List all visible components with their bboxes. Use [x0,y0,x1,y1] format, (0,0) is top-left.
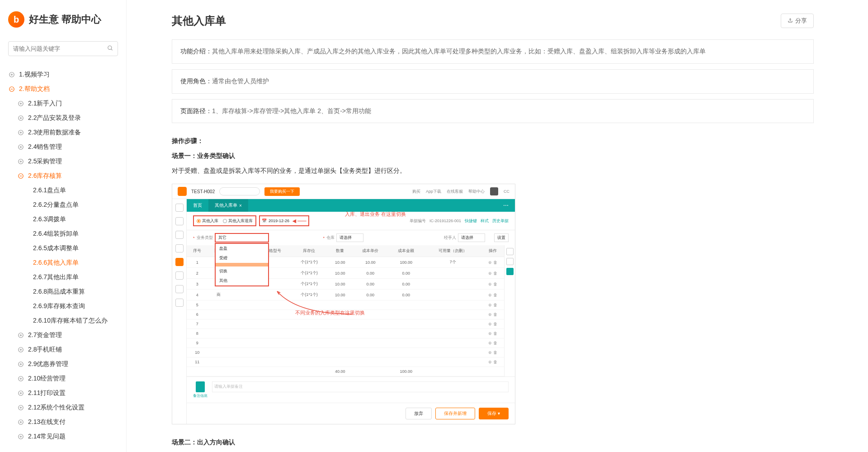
ss-tab-home[interactable]: 首页 [187,199,208,212]
ss-rb-icon[interactable] [506,258,514,265]
plus-icon [17,143,24,151]
ss-date-picker[interactable]: 📅 2019-12-26 ◄── [259,215,309,226]
table-row[interactable]: 7⊕ 🗑 [187,319,504,329]
nav-item[interactable]: 2.6.3调拨单 [8,212,118,227]
ss-company-name: TEST-H002 [191,189,215,194]
ss-remark-row: 备注信息 请输入单据备注 [187,376,515,403]
share-icon [788,18,793,24]
ss-toplink-buy[interactable]: 购买 [412,189,420,195]
ss-side-icon[interactable] [175,285,184,293]
nav-item[interactable]: 2.4销售管理 [8,140,118,154]
ss-biztype-dropdown[interactable]: 盘盈 受赠 切换 其他 [215,243,269,286]
nav-item[interactable]: 2.11打印设置 [8,386,118,400]
table-row[interactable]: 9⊕ 🗑 [187,338,504,348]
nav-item[interactable]: 2.6库存核算 [8,169,118,183]
annotation-1: 入库、退出业务 在这里切换 [345,211,406,218]
plus-icon [17,100,24,107]
nav-item-label: 2.7资金管理 [28,331,62,339]
ss-side-icon[interactable] [175,258,184,266]
table-row[interactable]: 11⊕ 🗑 [187,357,504,367]
intro-box: 功能介绍：其他入库单用来处理除采购入库、产成品入库之外的其他入库业务，因此其他入… [172,39,814,64]
logo-icon: b [8,11,24,28]
search-input[interactable] [8,41,118,56]
nav-item[interactable]: 2.6.5成本调整单 [8,241,118,256]
nav-item-label: 2.9优惠券管理 [28,360,68,368]
header-row: 其他入库单 分享 [172,14,814,28]
ss-save-button[interactable]: 保存 ▾ [479,408,509,419]
nav-item[interactable]: 2.6.4组装拆卸单 [8,227,118,241]
ss-toplink-service[interactable]: 在线客服 [447,189,463,195]
nav-item[interactable]: 2.13在线支付 [8,415,118,429]
ss-history-link[interactable]: 历史单据 [492,218,509,224]
search-icon[interactable] [107,45,113,52]
ss-style-link[interactable]: 样式 [481,218,489,224]
document-icon [196,381,205,392]
ss-toplink-app[interactable]: App下载 [426,189,441,195]
ss-logo-icon [178,187,187,196]
ss-biztype-select[interactable]: 其它 [215,233,269,243]
nav-item[interactable]: 2.6.9库存账本查询 [8,299,118,314]
row-action-icon[interactable]: ⊕ 🗑 [488,271,497,276]
nav-item[interactable]: 2.12系统个性化设置 [8,400,118,415]
ss-handler-select[interactable]: 请选择 [458,233,485,242]
share-button[interactable]: 分享 [781,14,814,28]
ss-toplink-help[interactable]: 帮助中心 [468,189,485,195]
nav-item[interactable]: 1.视频学习 [8,67,118,82]
radio-icon [197,219,201,223]
nav-item[interactable]: 2.5采购管理 [8,154,118,169]
table-row[interactable]: 8⊕ 🗑 [187,329,504,338]
ss-sidebar [172,199,187,424]
nav-item[interactable]: 2.3使用前数据准备 [8,125,118,140]
nav-item[interactable]: 2.6.2分量盘点单 [8,198,118,212]
annotation-2: 不同业务的入库类型在这里切换 [295,309,365,316]
ss-side-icon[interactable] [175,217,184,225]
nav-item[interactable]: 2.2产品安装及登录 [8,111,118,125]
nav-item[interactable]: 2.9优惠券管理 [8,357,118,371]
ss-rb-icon[interactable] [506,248,514,255]
plus-icon [17,114,24,122]
nav-item[interactable]: 2.6.6其他入库单 [8,256,118,270]
ss-doctype-radio[interactable]: 其他入库 其他入库退库 [193,215,256,226]
nav-item[interactable]: 2.6.7其他出库单 [8,270,118,285]
ss-setting-button[interactable]: 设置 [494,233,509,242]
ss-buy-button[interactable]: 我要购买一下 [264,187,300,196]
nav-item[interactable]: 2.1新手入门 [8,96,118,111]
ss-avatar[interactable] [490,187,498,195]
ss-cancel-button[interactable]: 放弃 [406,408,432,419]
nav-item[interactable]: 2.14常见问题 [8,429,118,444]
ss-side-icon[interactable] [175,231,184,239]
ss-side-icon[interactable] [175,244,184,252]
ss-remark-input[interactable]: 请输入单据备注 [212,381,509,392]
ss-tab-current[interactable]: 其他入库单 × [208,199,248,212]
nav-item[interactable]: 2.6.10库存账本错了怎么办 [8,314,118,328]
nav-item[interactable]: 2.6.8商品成本重算 [8,285,118,299]
ss-save-add-button[interactable]: 保存并新增 [435,408,475,419]
plus-icon [17,390,24,397]
table-row[interactable]: 5⊕ 🗑 [187,300,504,310]
nav-item[interactable]: 2.8手机旺铺 [8,343,118,357]
scene2-title: 场景二：出入方向确认 [172,436,814,448]
ss-search-mini[interactable] [219,187,260,195]
ss-shortcut-link[interactable]: 快捷键 [465,218,477,224]
nav-item[interactable]: 2.7资金管理 [8,328,118,343]
ss-tab-more[interactable]: ⋯ [497,199,515,212]
nav-item[interactable]: 2.6.1盘点单 [8,183,118,198]
row-action-icon[interactable]: ⊕ 🗑 [488,282,497,286]
ss-warehouse-select[interactable]: 请选择 [336,233,363,242]
nav-item[interactable]: 2.帮助文档 [8,82,118,96]
ss-side-icon[interactable] [175,299,184,307]
ss-side-icon[interactable] [175,204,184,212]
table-header: 成本单价 [353,245,388,257]
svg-line-1 [111,49,113,50]
table-row[interactable]: 4商个(1*1个)10.000.000.00⊕ 🗑 [187,290,504,300]
ss-rb-icon[interactable] [506,268,514,275]
nav-item[interactable]: 2.10经营管理 [8,371,118,386]
ss-side-icon[interactable] [175,271,184,280]
close-icon[interactable]: × [239,203,242,208]
nav-item-label: 2.6.10库存账本错了怎么办 [33,317,108,325]
table-row[interactable]: 10⊕ 🗑 [187,348,504,357]
role-box: 使用角色：通常由仓管人员维护 [172,69,814,94]
nav-item-label: 2.6.3调拨单 [33,215,66,224]
row-action-icon[interactable]: ⊕ 🗑 [488,260,497,265]
row-action-icon[interactable]: ⊕ 🗑 [488,293,497,297]
